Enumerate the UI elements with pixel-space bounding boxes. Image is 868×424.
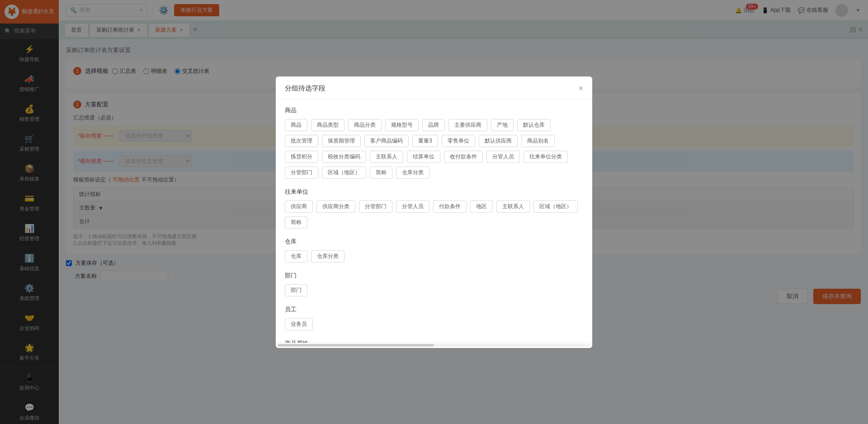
field-tag[interactable]: 主要供应商 <box>448 119 487 131</box>
field-section-title-employee: 员工 <box>285 305 583 314</box>
field-tags-partner: 供应商供应商分类分管部门分管人员付款条件地区主联系人区域（地区）简称 <box>285 200 583 229</box>
field-tag[interactable]: 仓库 <box>285 250 307 262</box>
field-tag[interactable]: 区域（地区） <box>322 167 366 179</box>
field-tag[interactable]: 客户商品编码 <box>364 135 409 147</box>
field-tag[interactable]: 简称 <box>370 167 392 179</box>
modal-hscroll[interactable] <box>276 343 592 348</box>
field-tag[interactable]: 商品 <box>285 119 307 131</box>
field-tag[interactable]: 规格型号 <box>385 119 419 131</box>
field-tag[interactable]: 品牌 <box>422 119 445 131</box>
field-tag[interactable]: 收付款条件 <box>444 151 483 163</box>
field-tag[interactable]: 供应商 <box>285 200 313 213</box>
field-tag[interactable]: 区域（地区） <box>533 200 578 213</box>
field-tag[interactable]: 默认供应商 <box>479 135 518 147</box>
modal-body: 商品商品商品类型商品分类规格型号品牌主要供应商产地默认仓库批次管理保质期管理客户… <box>276 99 592 343</box>
modal-overlay[interactable]: 分组待选字段 × 商品商品商品类型商品分类规格型号品牌主要供应商产地默认仓库批次… <box>0 0 868 424</box>
field-tag[interactable]: 主联系人 <box>370 151 403 163</box>
field-tag[interactable]: 地区 <box>470 200 493 213</box>
field-tag[interactable]: 批次管理 <box>285 135 318 147</box>
field-tag[interactable]: 部门 <box>285 284 307 296</box>
field-section-title-department: 部门 <box>285 272 583 280</box>
field-tag[interactable]: 重量3 <box>412 135 438 147</box>
field-section-warehouse: 仓库仓库仓库分类 <box>285 238 583 262</box>
modal-close-btn[interactable]: × <box>578 84 583 93</box>
hscroll-thumb <box>278 344 434 347</box>
field-tag[interactable]: 结算单位 <box>407 151 440 163</box>
field-tag[interactable]: 仓库分类 <box>396 167 429 179</box>
field-tags-goods: 商品商品类型商品分类规格型号品牌主要供应商产地默认仓库批次管理保质期管理客户商品… <box>285 119 583 179</box>
field-tag[interactable]: 分管部门 <box>285 167 318 179</box>
field-section-title-goods: 商品 <box>285 106 583 114</box>
field-section-title-warehouse: 仓库 <box>285 238 583 246</box>
field-tag[interactable]: 拣货积分 <box>285 151 318 163</box>
field-section-title-partner: 往来单位 <box>285 188 583 196</box>
field-tag[interactable]: 商品分类 <box>348 119 382 131</box>
modal-title: 分组待选字段 <box>285 84 326 93</box>
field-tag[interactable]: 分管人员 <box>486 151 520 163</box>
field-tag[interactable]: 税收分类编码 <box>322 151 366 163</box>
field-tag[interactable]: 产地 <box>491 119 514 131</box>
field-section-department: 部门部门 <box>285 272 583 296</box>
field-tags-warehouse: 仓库仓库分类 <box>285 250 583 262</box>
field-section-product-attr: 商品属性属性颜色多规格尺码鞋码1 <box>285 339 583 343</box>
modal-header: 分组待选字段 × <box>276 76 592 99</box>
field-tag[interactable]: 零售单位 <box>442 135 475 147</box>
field-tag[interactable]: 保质期管理 <box>322 135 361 147</box>
modal: 分组待选字段 × 商品商品商品类型商品分类规格型号品牌主要供应商产地默认仓库批次… <box>276 76 592 348</box>
field-tag[interactable]: 商品别名 <box>521 135 555 147</box>
field-section-employee: 员工业务员 <box>285 305 583 330</box>
field-tag[interactable]: 商品类型 <box>311 119 344 131</box>
field-tag[interactable]: 业务员 <box>285 318 313 330</box>
field-tag[interactable]: 分管人员 <box>396 200 429 213</box>
field-section-partner: 往来单位供应商供应商分类分管部门分管人员付款条件地区主联系人区域（地区）简称 <box>285 188 583 229</box>
field-tags-employee: 业务员 <box>285 318 583 330</box>
field-tag[interactable]: 主联系人 <box>496 200 530 213</box>
field-tags-department: 部门 <box>285 284 583 296</box>
field-section-goods: 商品商品商品类型商品分类规格型号品牌主要供应商产地默认仓库批次管理保质期管理客户… <box>285 106 583 179</box>
field-tag[interactable]: 供应商分类 <box>316 200 355 213</box>
field-tag[interactable]: 默认仓库 <box>517 119 551 131</box>
field-section-title-product-attr: 商品属性 <box>285 339 583 343</box>
field-tag[interactable]: 仓库分类 <box>311 250 344 262</box>
field-tag[interactable]: 分管部门 <box>359 200 392 213</box>
field-tag[interactable]: 简称 <box>285 216 307 229</box>
field-tag[interactable]: 付款条件 <box>433 200 467 213</box>
field-tag[interactable]: 往来单位分类 <box>524 151 568 163</box>
